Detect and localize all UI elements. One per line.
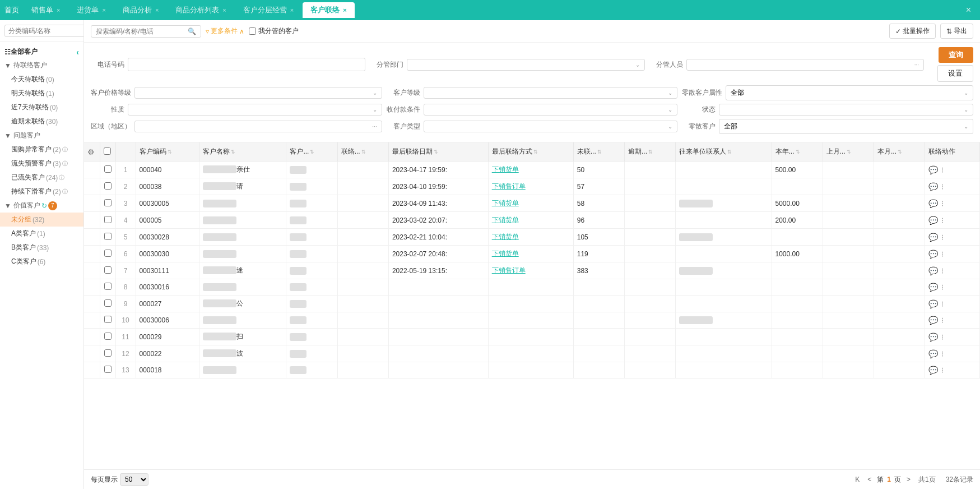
export-button[interactable]: ⇅ 导出: [940, 24, 973, 39]
sidebar-item-abnormal[interactable]: 囤购异常客户(2) ⓘ: [0, 142, 83, 156]
chat-icon-5[interactable]: 💬: [928, 250, 938, 259]
contact-way-link-3[interactable]: 下销货单: [492, 216, 519, 224]
chat-icon-7[interactable]: 💬: [928, 283, 938, 292]
tab-close-purchase[interactable]: ×: [102, 7, 105, 13]
th-code[interactable]: 客户编码⇅: [136, 142, 199, 162]
contact-way-link-1[interactable]: 下销售订单: [492, 182, 526, 190]
row-checkbox-1[interactable]: [104, 182, 112, 190]
tab-close-sales[interactable]: ×: [57, 7, 60, 13]
chat-icon-1[interactable]: 💬: [928, 182, 938, 191]
grid-action-icon-12[interactable]: ⁝: [941, 366, 944, 375]
reset-button[interactable]: 设置: [937, 65, 973, 82]
chat-icon-12[interactable]: 💬: [928, 366, 938, 375]
select-all-checkbox[interactable]: [104, 147, 111, 155]
row-checkbox-4[interactable]: [104, 233, 112, 240]
row-checkbox-9[interactable]: [104, 316, 112, 323]
th-name[interactable]: 客户名称⇅: [199, 142, 286, 162]
sidebar-item-churn-warn[interactable]: 流失预警客户(3) ⓘ: [0, 156, 83, 170]
sidebar-item-7days-pending[interactable]: 近7天待联络(0): [0, 100, 83, 114]
tab-home[interactable]: 首页: [4, 5, 19, 15]
grid-action-icon-8[interactable]: ⁝: [941, 299, 944, 308]
sidebar-item-tomorrow-pending[interactable]: 明天待联络(1): [0, 86, 83, 100]
grid-action-icon-11[interactable]: ⁝: [941, 349, 944, 358]
grid-action-icon-7[interactable]: ⁝: [941, 283, 944, 292]
grid-action-icon-10[interactable]: ⁝: [941, 333, 944, 342]
chat-icon-10[interactable]: 💬: [928, 333, 938, 342]
row-checkbox-2[interactable]: [104, 199, 112, 206]
chat-icon-8[interactable]: 💬: [928, 299, 938, 308]
tab-sales[interactable]: 销售单 ×: [24, 2, 68, 18]
sidebar-value-group[interactable]: ▼ 价值客户 ↻ 7: [0, 199, 83, 213]
tab-close-analysis[interactable]: ×: [155, 7, 159, 13]
sidebar-item-overdue[interactable]: 逾期未联络(30): [0, 114, 83, 128]
batch-op-button[interactable]: ✓ 批量操作: [889, 24, 936, 39]
my-customers-checkbox[interactable]: [249, 27, 256, 35]
sidebar-item-c-class[interactable]: C类客户(6): [0, 255, 83, 269]
contact-way-link-2[interactable]: 下销货单: [492, 199, 519, 207]
sidebar-problem-group[interactable]: ▼ 问题客户: [0, 128, 83, 142]
th-type[interactable]: 客户...⇅: [286, 142, 337, 162]
sidebar-item-lost[interactable]: 已流失客户(24) ⓘ: [0, 170, 83, 184]
last-page-btn[interactable]: 共1页: [916, 474, 938, 486]
tab-customer-contact[interactable]: 客户联络 ×: [303, 2, 354, 18]
next-page-btn[interactable]: >: [904, 474, 913, 485]
row-checkbox-7[interactable]: [104, 283, 112, 290]
manager-select[interactable]: ···: [686, 59, 924, 71]
sidebar-item-today-pending[interactable]: 今天待联络(0): [0, 72, 83, 86]
settings-icon[interactable]: ⚙: [87, 147, 95, 156]
contact-way-link-6[interactable]: 下销售订单: [492, 266, 526, 274]
tab-close-customer-manager[interactable]: ×: [290, 7, 294, 13]
tab-analysis[interactable]: 商品分析 ×: [115, 2, 166, 18]
retail-attr-select[interactable]: 全部 ⌄: [726, 85, 973, 100]
th-settings[interactable]: ⚙: [84, 142, 100, 162]
th-contact-person[interactable]: 往来单位联系人⇅: [676, 142, 772, 162]
close-all-button[interactable]: ×: [962, 5, 976, 15]
sidebar-pending-group[interactable]: ▼ 待联络客户: [0, 58, 83, 72]
th-last-way[interactable]: 最后联络方式⇅: [488, 142, 573, 162]
th-not-contacted[interactable]: 未联...⇅: [573, 142, 624, 162]
row-checkbox-3[interactable]: [104, 216, 112, 223]
phone-input[interactable]: [128, 58, 365, 71]
first-page-btn[interactable]: K: [853, 474, 862, 485]
grid-action-icon-3[interactable]: ⁝: [941, 216, 944, 225]
grid-action-icon-2[interactable]: ⁝: [941, 199, 944, 208]
dept-select[interactable]: ⌄: [407, 59, 644, 71]
chat-icon-3[interactable]: 💬: [928, 216, 938, 225]
tab-close-analysis-list[interactable]: ×: [222, 7, 226, 13]
row-checkbox-0[interactable]: [104, 165, 112, 173]
row-checkbox-8[interactable]: [104, 299, 112, 307]
payment-select[interactable]: ⌄: [424, 104, 678, 116]
gender-select[interactable]: ⌄: [128, 104, 382, 116]
prev-page-btn[interactable]: <: [865, 474, 874, 485]
row-checkbox-11[interactable]: [104, 349, 112, 357]
chat-icon-2[interactable]: 💬: [928, 199, 938, 208]
row-checkbox-5[interactable]: [104, 250, 112, 257]
grid-action-icon-6[interactable]: ⁝: [941, 266, 944, 275]
sidebar-item-b-class[interactable]: B类客户(33): [0, 241, 83, 255]
tab-purchase[interactable]: 进货单 ×: [69, 2, 113, 18]
grid-action-icon-0[interactable]: ⁝: [941, 165, 944, 174]
price-level-select[interactable]: ⌄: [134, 87, 382, 99]
row-checkbox-10[interactable]: [104, 333, 112, 340]
more-conditions-btn[interactable]: ▿ 更多条件 ∧: [206, 26, 244, 36]
retail-customer-select[interactable]: 全部 ⌄: [719, 119, 973, 134]
grid-action-icon-1[interactable]: ⁝: [941, 182, 944, 191]
status-select[interactable]: ⌄: [719, 104, 973, 116]
th-last-date[interactable]: 最后联络日期⇅: [388, 142, 488, 162]
sidebar-item-ungroup[interactable]: 未分组(32): [0, 213, 83, 227]
page-size-select[interactable]: 50 100: [120, 473, 148, 486]
grid-action-icon-9[interactable]: ⁝: [941, 316, 944, 325]
sidebar-all-customers[interactable]: ☷ 全部客户 ‹: [0, 44, 83, 58]
grid-action-icon-4[interactable]: ⁝: [941, 233, 944, 242]
th-this-month[interactable]: 本月...⇅: [874, 142, 925, 162]
search-input[interactable]: [96, 27, 185, 35]
sidebar-item-declining[interactable]: 持续下滑客户(2) ⓘ: [0, 184, 83, 199]
customer-type-select[interactable]: ⌄: [424, 121, 678, 132]
chat-icon-6[interactable]: 💬: [928, 266, 938, 275]
area-select[interactable]: ···: [134, 121, 382, 132]
row-checkbox-12[interactable]: [104, 366, 112, 373]
tab-customer-manager[interactable]: 客户分层经营 ×: [235, 2, 301, 18]
chat-icon-11[interactable]: 💬: [928, 349, 938, 358]
sidebar-collapse-btn[interactable]: ‹: [76, 48, 79, 57]
contact-way-link-5[interactable]: 下销货单: [492, 250, 519, 257]
